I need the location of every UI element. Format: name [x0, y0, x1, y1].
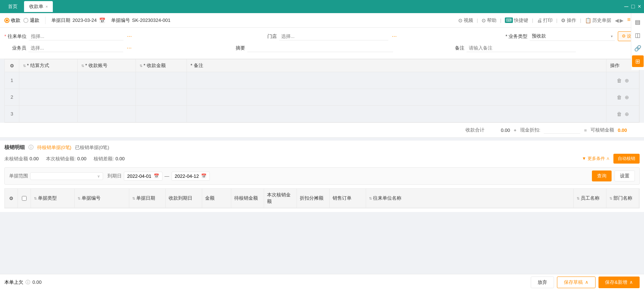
- sidebar-link-icon[interactable]: 🔗: [632, 42, 644, 54]
- table-row: 2 🗑 ⊕: [5, 89, 639, 106]
- discount-input[interactable]: [544, 126, 580, 134]
- minimize-icon[interactable]: ─: [624, 3, 628, 10]
- video-label: 视频: [464, 17, 473, 24]
- staff-sort-icon[interactable]: ⇅: [577, 196, 580, 200]
- amount-sort-icon[interactable]: ⇅: [140, 64, 142, 68]
- date-from-input[interactable]: 2022-04-01 📅: [124, 172, 162, 181]
- row1-settle[interactable]: [19, 72, 78, 89]
- num-sort-icon[interactable]: ⇅: [78, 196, 80, 200]
- sidebar-doc-icon[interactable]: ◫: [632, 29, 644, 41]
- sidebar-expand-icon[interactable]: ⊞: [632, 55, 644, 67]
- auto-offset-btn[interactable]: 自动核销: [613, 154, 640, 164]
- row2-remark[interactable]: [187, 89, 606, 105]
- calendar-icon[interactable]: 📅: [99, 17, 105, 23]
- date-sort-icon[interactable]: ⇅: [132, 196, 135, 200]
- client-sort-icon[interactable]: ⇅: [369, 196, 372, 200]
- nav-next-icon[interactable]: ▶: [620, 17, 624, 23]
- summary-label: 摘要: [223, 45, 245, 51]
- help-label: 帮助: [487, 17, 496, 24]
- maximize-icon[interactable]: □: [631, 3, 635, 10]
- table-row: 1 🗑 ⊕: [5, 72, 639, 89]
- summary-field: 摘要: [223, 44, 420, 52]
- this-offset-label-col: 本次核销金额: [267, 192, 294, 205]
- date-field: 到期日 2022-04-01 📅 — 2022-04-12 📅: [107, 172, 210, 181]
- range-select[interactable]: ∨: [30, 172, 103, 180]
- remark-input[interactable]: [467, 44, 576, 52]
- table-gear-col[interactable]: ⚙: [5, 59, 19, 72]
- history-btn[interactable]: 📋 历史单据: [585, 17, 611, 24]
- help-btn[interactable]: ⊙ 帮助: [482, 17, 496, 24]
- row2-delete-icon[interactable]: 🗑: [617, 94, 622, 100]
- biz-select[interactable]: 预收款 ▾: [530, 32, 614, 41]
- print-btn[interactable]: 🖨 打印: [537, 17, 553, 24]
- client-input[interactable]: [29, 32, 123, 40]
- date-to-input[interactable]: 2022-04-12 📅: [172, 172, 210, 181]
- row3-remark[interactable]: [187, 106, 606, 122]
- store-input[interactable]: [279, 32, 388, 40]
- shortcut-btn[interactable]: ⌨ 快捷键: [505, 17, 528, 24]
- action-btn[interactable]: ⚙ 操作: [561, 17, 576, 24]
- cal-from-icon[interactable]: 📅: [154, 173, 159, 179]
- type-sort-icon[interactable]: ⇅: [34, 196, 37, 200]
- unverified-label: 未核销金额: [4, 156, 28, 162]
- query-btn[interactable]: 查询: [592, 171, 612, 181]
- row2-account[interactable]: [78, 89, 136, 105]
- filter-settings-btn[interactable]: 设置: [614, 171, 635, 181]
- tab-pending[interactable]: 待核销单据(0笔): [37, 144, 71, 151]
- result-value: 0.00: [618, 128, 640, 133]
- cal-to-icon[interactable]: 📅: [201, 173, 207, 179]
- tab-home[interactable]: 首页: [3, 1, 23, 12]
- row1-amount[interactable]: [136, 72, 187, 89]
- pending-label: 待核销金额: [234, 195, 258, 201]
- dept-sort-icon[interactable]: ⇅: [609, 196, 612, 200]
- tab-close-icon[interactable]: ×: [46, 4, 48, 9]
- save-draft-btn[interactable]: 保存草稿 ∧: [557, 277, 596, 288]
- row3-account[interactable]: [78, 106, 136, 122]
- tab-active[interactable]: 收款单 ×: [24, 1, 53, 12]
- result-label: 可核销金额: [590, 127, 614, 133]
- summary-input[interactable]: [247, 44, 393, 52]
- row2-settle[interactable]: [19, 89, 78, 105]
- offset-info-icon[interactable]: ⓘ: [28, 144, 34, 151]
- row1-account[interactable]: [78, 72, 136, 89]
- tab-done[interactable]: 已核销单据(0笔): [75, 144, 109, 151]
- offset-checkbox-col[interactable]: [18, 189, 31, 208]
- biz-label: * 业务类型: [506, 33, 528, 40]
- radio-receive[interactable]: 收款: [4, 17, 20, 24]
- more-conditions-btn[interactable]: ▼ 更多条件 ∧: [582, 156, 610, 162]
- row1-remark[interactable]: [187, 72, 606, 89]
- store-more-icon[interactable]: ···: [392, 33, 397, 40]
- sidebar-table-icon[interactable]: ▤: [632, 16, 644, 28]
- account-sort-icon[interactable]: ⇅: [81, 64, 84, 68]
- offset-title: 核销明细: [4, 144, 25, 151]
- bottom-info-icon[interactable]: ⓘ: [25, 279, 30, 286]
- radio-refund[interactable]: 退款: [23, 17, 39, 24]
- staff-input[interactable]: [28, 44, 123, 52]
- client-more-icon[interactable]: ···: [127, 33, 132, 40]
- date-to-value: 2022-04-12: [175, 173, 199, 179]
- row2-amount[interactable]: [136, 89, 187, 105]
- video-icon: ⊙: [458, 17, 463, 23]
- save-draft-label: 保存草稿: [564, 279, 583, 286]
- settle-sort-icon[interactable]: ⇅: [23, 64, 26, 68]
- row3-copy-icon[interactable]: ⊕: [625, 111, 629, 117]
- row1-delete-icon[interactable]: 🗑: [617, 78, 622, 83]
- save-new-btn[interactable]: 保存&新增 ∧: [598, 277, 640, 288]
- row3-amount[interactable]: [136, 106, 187, 122]
- row3-settle[interactable]: [19, 106, 78, 122]
- row1-copy-icon[interactable]: ⊕: [625, 78, 629, 83]
- nav-arrows: ◀ ▶: [615, 17, 624, 23]
- biz-field: * 业务类型 预收款 ▾: [506, 32, 615, 41]
- select-all-checkbox[interactable]: [22, 196, 27, 201]
- video-btn[interactable]: ⊙ 视频: [458, 17, 473, 24]
- nav-prev-icon[interactable]: ◀: [615, 17, 619, 23]
- row3-delete-icon[interactable]: 🗑: [617, 111, 622, 117]
- range-label: 单据范围: [9, 173, 28, 179]
- this-offset-value: 0.00: [77, 156, 86, 161]
- row2-copy-icon[interactable]: ⊕: [625, 94, 629, 100]
- list-view-icon[interactable]: ≡: [627, 16, 631, 24]
- staff-more-icon[interactable]: ···: [127, 45, 131, 51]
- abandon-btn[interactable]: 放弃: [531, 277, 554, 288]
- offset-gear-col[interactable]: ⚙: [5, 189, 18, 208]
- close-icon[interactable]: ×: [638, 3, 641, 10]
